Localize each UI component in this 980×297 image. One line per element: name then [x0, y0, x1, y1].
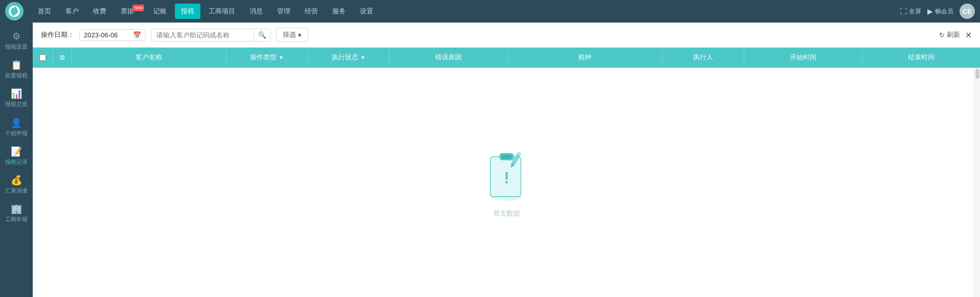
sidebar-item-tax-records[interactable]: 📝 报税记录: [0, 142, 33, 169]
sidebar-item-batch-tax[interactable]: 📋 批量报税: [0, 55, 33, 83]
th-start-time: 开始时间: [744, 48, 862, 67]
th-type[interactable]: 操作类型 ▼: [226, 48, 308, 67]
th-tax: 税种: [508, 48, 663, 67]
sidebar-item-tax-settings[interactable]: ⚙ 报税设置: [0, 27, 33, 54]
settlement-icon: 💰: [11, 175, 22, 186]
main-layout: ⚙ 报税设置 📋 批量报税 📊 报税总览 👤 个税申报 📝 报税记录 💰 汇算清…: [0, 23, 980, 297]
data-table: ⚙ 客户名称 操作类型 ▼ 执行状态 ▼ 错误原因 税种: [33, 48, 980, 297]
nav-menu: 首页 客户 收费 票据 new 记账 报税 工商项目 消息 管理 经营: [32, 4, 900, 19]
table-header: ⚙ 客户名称 操作类型 ▼ 执行状态 ▼ 错误原因 税种: [33, 48, 980, 68]
content-area: 操作日期： 📅 🔍 筛选 ▾ ↻ 刷新 ✕: [33, 23, 980, 297]
table-body: ! 暂无数据: [33, 68, 980, 297]
nav-item-management[interactable]: 管理: [271, 4, 297, 19]
nav-item-operation[interactable]: 经营: [299, 4, 324, 19]
personal-tax-icon: 👤: [11, 117, 22, 129]
th-client: 客户名称: [72, 48, 226, 67]
close-button[interactable]: ✕: [965, 30, 972, 40]
sidebar-item-personal-tax[interactable]: 👤 个税申报: [0, 113, 33, 141]
search-box: 🔍: [151, 29, 271, 41]
nav-item-invoice[interactable]: 票据 new: [115, 4, 145, 19]
nav-item-tax[interactable]: 报税: [175, 4, 200, 19]
nav-item-accounts[interactable]: 记账: [147, 4, 173, 19]
batch-tax-icon: 📋: [11, 59, 22, 71]
nav-item-billing[interactable]: 收费: [87, 4, 112, 19]
nav-right-area: ⛶ 全屏 ▶ 畅会员 CE: [900, 4, 975, 19]
nav-item-settings[interactable]: 设置: [354, 4, 379, 19]
sort-type-icon: ▼: [279, 55, 284, 60]
th-checkbox[interactable]: [33, 48, 53, 67]
sort-status-icon: ▼: [360, 55, 366, 60]
nav-item-services[interactable]: 服务: [326, 4, 352, 19]
refresh-icon: ↻: [939, 31, 945, 39]
th-status[interactable]: 执行状态 ▼: [308, 48, 390, 67]
play-icon: ▶: [927, 7, 933, 15]
user-avatar[interactable]: CE: [960, 4, 975, 19]
member-button[interactable]: ▶ 畅会员: [927, 7, 953, 16]
scrollbar[interactable]: [974, 68, 980, 297]
date-input[interactable]: [84, 31, 130, 39]
empty-illustration: !: [481, 146, 532, 203]
date-picker[interactable]: 📅: [79, 29, 146, 41]
fullscreen-button[interactable]: ⛶ 全屏: [900, 7, 921, 16]
tax-settings-icon: ⚙: [12, 31, 20, 42]
tax-overview-icon: 📊: [11, 88, 22, 99]
search-input[interactable]: [151, 29, 254, 41]
new-badge: new: [132, 5, 144, 11]
fullscreen-icon: ⛶: [900, 7, 907, 15]
th-error: 错误原因: [390, 48, 508, 67]
tax-records-icon: 📝: [11, 146, 22, 157]
svg-text:!: !: [504, 168, 509, 187]
nav-item-messages[interactable]: 消息: [243, 4, 269, 19]
th-settings[interactable]: ⚙: [53, 48, 72, 67]
th-end-time: 结束时间: [862, 48, 980, 67]
sidebar: ⚙ 报税设置 📋 批量报税 📊 报税总览 👤 个税申报 📝 报税记录 💰 汇算清…: [0, 23, 33, 297]
empty-text: 暂无数据: [493, 209, 520, 218]
sidebar-item-tax-overview[interactable]: 📊 报税总览: [0, 84, 33, 112]
filter-button[interactable]: 筛选 ▾: [276, 28, 308, 42]
date-label: 操作日期：: [41, 30, 74, 39]
toolbar: 操作日期： 📅 🔍 筛选 ▾ ↻ 刷新 ✕: [33, 23, 980, 48]
settings-icon: ⚙: [59, 54, 65, 61]
top-navigation: 首页 客户 收费 票据 new 记账 报税 工商项目 消息 管理 经营: [0, 0, 980, 23]
sidebar-item-settlement[interactable]: 💰 汇算清缴: [0, 171, 33, 198]
scroll-thumb[interactable]: [975, 69, 979, 79]
nav-item-home[interactable]: 首页: [32, 4, 57, 19]
search-button[interactable]: 🔍: [254, 29, 270, 41]
chevron-down-icon: ▾: [298, 31, 302, 39]
select-all-checkbox[interactable]: [39, 54, 46, 61]
annual-report-icon: 🏢: [11, 203, 22, 215]
nav-item-customers[interactable]: 客户: [59, 4, 85, 19]
empty-state: ! 暂无数据: [481, 146, 532, 218]
svg-rect-3: [502, 155, 512, 159]
nav-item-bizproject[interactable]: 工商项目: [202, 4, 241, 19]
calendar-icon: 📅: [133, 31, 141, 39]
app-logo[interactable]: [5, 2, 24, 20]
refresh-button[interactable]: ↻ 刷新: [939, 30, 960, 39]
sidebar-item-annual-report[interactable]: 🏢 工商年报: [0, 199, 33, 227]
empty-svg: !: [481, 146, 532, 203]
th-executor: 执行人: [663, 48, 744, 67]
